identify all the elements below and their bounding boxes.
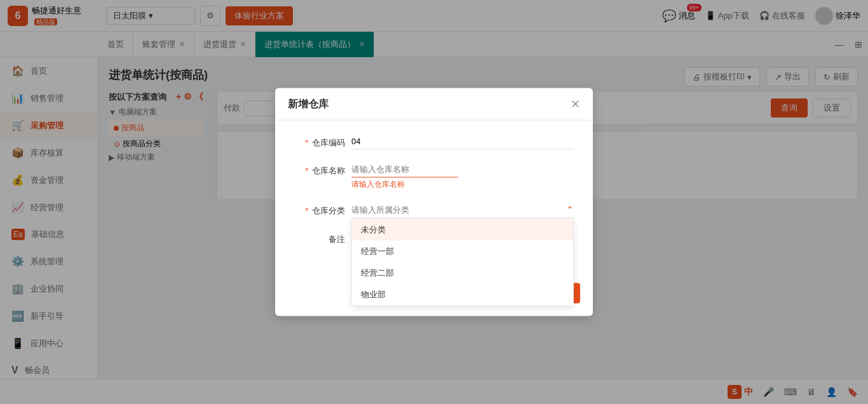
dropdown-item-dept1[interactable]: 经营一部: [352, 241, 573, 262]
add-warehouse-modal: 新增仓库 ✕ * 仓库编码 * 仓库名称 请输入仓库名称 *: [275, 88, 593, 316]
category-label: * 仓库分类: [294, 201, 345, 217]
modal-title: 新增仓库: [288, 97, 329, 111]
modal-header: 新增仓库 ✕: [275, 88, 593, 121]
warehouse-code-input[interactable]: [351, 133, 574, 150]
category-form-row: * 仓库分类 ⌃ 未分类 经营一部 经营二部 物业部: [294, 201, 574, 219]
name-error-message: 请输入仓库名称: [351, 179, 574, 190]
dropdown-item-dept2[interactable]: 经营二部: [352, 262, 573, 284]
dropdown-item-dept3[interactable]: 物业部: [352, 284, 573, 306]
code-form-row: * 仓库编码: [294, 133, 574, 150]
name-field-wrap: 请输入仓库名称: [351, 161, 574, 190]
category-chevron-icon[interactable]: ⌃: [566, 205, 574, 215]
warehouse-name-input[interactable]: [351, 161, 458, 178]
name-label: * 仓库名称: [294, 161, 345, 177]
remarks-label: 备注: [294, 230, 345, 245]
category-dropdown: 未分类 经营一部 经营二部 物业部: [351, 219, 574, 306]
modal-body: * 仓库编码 * 仓库名称 请输入仓库名称 * 仓库分类: [275, 121, 593, 277]
category-select[interactable]: ⌃: [351, 201, 574, 219]
name-form-row: * 仓库名称 请输入仓库名称: [294, 161, 574, 190]
dropdown-item-unclassified[interactable]: 未分类: [352, 219, 573, 241]
category-field-wrap: ⌃ 未分类 经营一部 经营二部 物业部: [351, 201, 574, 219]
code-label: * 仓库编码: [294, 133, 345, 149]
category-search-input[interactable]: [351, 205, 566, 214]
modal-close-button[interactable]: ✕: [571, 97, 580, 111]
